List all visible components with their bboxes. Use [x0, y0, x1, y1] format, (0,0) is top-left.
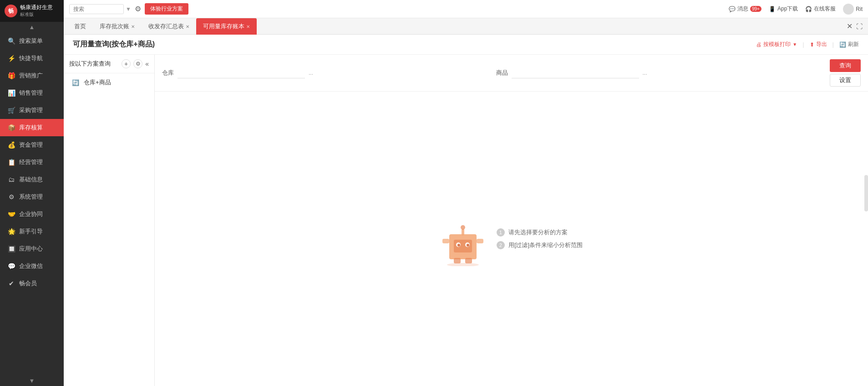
sidebar-item-basic[interactable]: 🗂 基础信息	[0, 171, 64, 188]
sidebar-item-sales[interactable]: 📊 销售管理	[0, 84, 64, 102]
sidebar-item-enterprise[interactable]: 🤝 企业协同	[0, 206, 64, 223]
column-settings-button[interactable]: 设置	[830, 74, 861, 87]
tab-bar-close-button[interactable]: ✕	[845, 20, 854, 32]
sidebar-item-finance[interactable]: 💰 资金管理	[0, 136, 64, 154]
print-dropdown-icon[interactable]: ▼	[792, 42, 797, 47]
message-icon: 💬	[729, 6, 736, 12]
sidebar-item-label: 应用中心	[19, 245, 43, 253]
sidebar-scroll-up[interactable]: ▲	[0, 22, 64, 32]
headset-icon: 🎧	[805, 6, 812, 12]
scheme-item-warehouse-product[interactable]: 🔄 仓库+商品	[64, 73, 154, 92]
sidebar-item-label: 采购管理	[19, 106, 43, 114]
sidebar-item-label: 新手引导	[19, 227, 43, 236]
warehouse-more-icon[interactable]: ...	[309, 70, 313, 76]
tab-batch[interactable]: 库存批次账 ✕	[93, 18, 142, 35]
user-avatar-area[interactable]: Rit	[843, 4, 863, 15]
sidebar-logo: 畅	[5, 5, 17, 17]
avatar	[843, 4, 854, 15]
message-button[interactable]: 💬 消息 99+	[729, 5, 761, 13]
svg-point-12	[447, 263, 479, 266]
sidebar-item-operations[interactable]: 📋 经营管理	[0, 154, 64, 171]
collapse-panel-button[interactable]: «	[145, 60, 149, 67]
sidebar-item-label: 搜索菜单	[19, 37, 43, 45]
topbar: ▼ ⚙ 体验行业方案 💬 消息 99+ 📱 App下载 🎧 在线客服 Rit	[64, 0, 868, 18]
refresh-label: 刷新	[848, 41, 859, 48]
app-download-button[interactable]: 📱 App下载	[769, 5, 798, 13]
online-service-button[interactable]: 🎧 在线客服	[805, 5, 836, 13]
empty-state-hints: 1 请先选择要分析的方案 2 用[过滤]条件来缩小分析范围	[497, 228, 583, 249]
scheme-icon: 🔄	[71, 78, 80, 87]
product-more-icon[interactable]: ...	[643, 70, 647, 76]
sidebar-item-label: 企业协同	[19, 210, 43, 218]
star-icon: 🌟	[7, 227, 15, 236]
sidebar-item-marketing[interactable]: 🎁 营销推广	[0, 67, 64, 84]
search-icon: 🔍	[7, 37, 15, 45]
sidebar-item-label: 企业微信	[19, 262, 43, 270]
tab-bar-expand-button[interactable]: ⛶	[854, 21, 864, 32]
empty-hint-2: 2 用[过滤]条件来缩小分析范围	[497, 241, 583, 249]
topbar-right: 💬 消息 99+ 📱 App下载 🎧 在线客服 Rit	[729, 4, 863, 15]
tab-summary-close[interactable]: ✕	[186, 24, 189, 29]
money-icon: 💰	[7, 141, 15, 149]
scrollbar-thumb[interactable]	[864, 175, 868, 211]
sidebar-scroll-down[interactable]: ▼	[0, 376, 64, 386]
sidebar-item-member[interactable]: ✔ 畅会员	[0, 275, 64, 292]
separator: |	[802, 41, 804, 48]
sidebar-item-newbie[interactable]: 🌟 新手引导	[0, 223, 64, 240]
search-input[interactable]	[69, 4, 124, 14]
tab-home[interactable]: 首页	[67, 18, 93, 35]
left-panel-header: 按以下方案查询 + ⚙ «	[64, 55, 154, 73]
svg-point-7	[461, 225, 465, 230]
sidebar-item-wechat[interactable]: 💬 企业微信	[0, 257, 64, 275]
online-service-label: 在线客服	[814, 5, 836, 13]
product-filter-input[interactable]	[512, 67, 639, 78]
edit-scheme-button[interactable]: ⚙	[133, 59, 142, 68]
query-button[interactable]: 查询	[830, 59, 861, 72]
search-dropdown-icon[interactable]: ▼	[126, 6, 131, 12]
svg-rect-10	[454, 258, 461, 263]
sidebar-header: 畅 畅康通好生意 标准版	[0, 0, 64, 22]
cart-icon: 🛒	[7, 106, 15, 114]
sidebar-item-purchase[interactable]: 🛒 采购管理	[0, 102, 64, 119]
add-scheme-button[interactable]: +	[122, 59, 131, 68]
export-button[interactable]: ⬆ 导出	[810, 41, 827, 48]
product-filter-label: 商品	[496, 69, 508, 77]
refresh-button[interactable]: 🔄 刷新	[839, 41, 859, 48]
sidebar-item-search[interactable]: 🔍 搜索菜单	[0, 32, 64, 50]
print-template-button[interactable]: 🖨 按模板打印 ▼	[756, 41, 797, 48]
sidebar-item-appstore[interactable]: 🔲 应用中心	[0, 240, 64, 257]
handshake-icon: 🤝	[7, 210, 15, 218]
tab-batch-close[interactable]: ✕	[131, 24, 135, 29]
wechat-icon: 💬	[7, 262, 15, 270]
hint-num-1: 1	[497, 228, 505, 237]
message-label: 消息	[737, 5, 748, 13]
sidebar-item-label: 快捷导航	[19, 54, 43, 62]
tab-summary[interactable]: 收发存汇总表 ✕	[142, 18, 196, 35]
filter-action-buttons: 查询 设置	[830, 59, 861, 87]
scheme-item-label: 仓库+商品	[84, 78, 111, 87]
printer-icon: 🖨	[756, 41, 761, 48]
tab-batch-label: 库存批次账	[100, 22, 129, 31]
svg-rect-9	[477, 239, 483, 243]
separator2: |	[832, 41, 834, 48]
warehouse-filter-input[interactable]	[178, 67, 305, 78]
sidebar-item-label: 畅会员	[19, 279, 37, 288]
svg-rect-11	[465, 258, 472, 263]
left-panel-actions: + ⚙ «	[122, 59, 149, 68]
sidebar-item-shortcut[interactable]: ⚡ 快捷导航	[0, 50, 64, 67]
hint-text-2: 用[过滤]条件来缩小分析范围	[508, 241, 583, 249]
sidebar-item-label: 营销推广	[19, 72, 43, 80]
export-label: 导出	[816, 41, 827, 48]
tab-available[interactable]: 可用量库存账本 ✕	[196, 18, 257, 35]
sidebar-item-inventory[interactable]: 📦 库存核算	[0, 119, 64, 136]
settings-icon[interactable]: ⚙	[135, 5, 141, 13]
main-content: ▼ ⚙ 体验行业方案 💬 消息 99+ 📱 App下载 🎧 在线客服 Rit	[64, 0, 868, 386]
tab-available-close[interactable]: ✕	[246, 24, 250, 29]
industry-solution-button[interactable]: 体验行业方案	[145, 3, 188, 15]
phone-icon: 📱	[769, 6, 776, 12]
warehouse-filter-group: 仓库 ...	[162, 67, 489, 78]
empty-state: 1 请先选择要分析的方案 2 用[过滤]条件来缩小分析范围	[155, 92, 868, 386]
sidebar-item-system[interactable]: ⚙ 系统管理	[0, 188, 64, 206]
tab-summary-label: 收发存汇总表	[148, 22, 184, 31]
checkmark-icon: ✔	[7, 279, 15, 288]
